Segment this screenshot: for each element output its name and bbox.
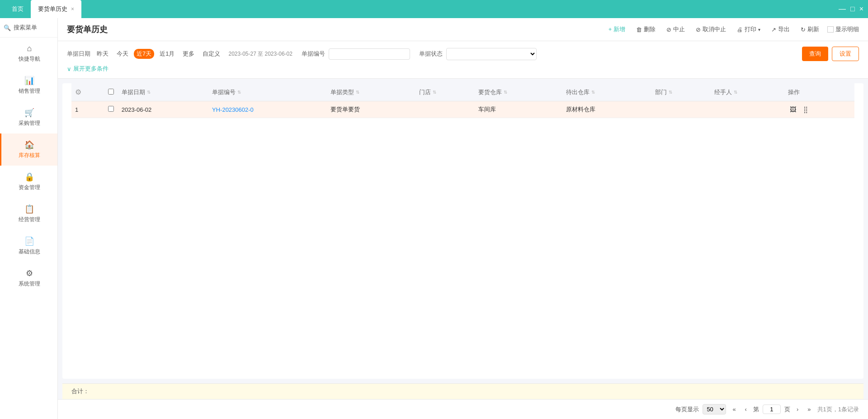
add-button[interactable]: + 新增 <box>606 24 628 35</box>
next-page-btn[interactable]: › <box>794 405 801 414</box>
close-tab-icon[interactable]: × <box>71 6 74 12</box>
finance-icon: 🔒 <box>24 172 34 182</box>
sidebar-search-label: 搜索菜单 <box>14 24 37 32</box>
sidebar-item-quick-nav[interactable]: ⌂ 快捷导航 <box>0 38 57 69</box>
chevron-down-icon: ∨ <box>67 66 71 72</box>
last-page-btn[interactable]: » <box>805 405 813 414</box>
filter-date-range: 2023-05-27 至 2023-06-02 <box>228 50 292 58</box>
cell-checkbox <box>104 101 118 118</box>
print-button[interactable]: 🖨 打印 ▾ <box>734 24 763 35</box>
sidebar-item-label: 资金管理 <box>19 184 40 191</box>
sidebar-item-purchase[interactable]: 🛒 采购管理 <box>0 101 57 133</box>
filter-bar: 单据日期 昨天 今天 近7天 近1月 更多 自定义 2023-05-27 至 2… <box>58 41 868 79</box>
display-detail-toggle[interactable]: 显示明细 <box>827 25 859 33</box>
row-checkbox[interactable] <box>108 106 114 112</box>
sort-billno-icon[interactable]: ⇅ <box>237 90 241 95</box>
bill-no-input[interactable] <box>329 48 410 60</box>
maximize-icon[interactable]: □ <box>850 5 855 13</box>
date-opt-yesterday[interactable]: 昨天 <box>94 49 111 59</box>
cell-department <box>651 101 711 118</box>
cell-store <box>415 101 475 118</box>
query-button[interactable]: 查询 <box>802 47 828 61</box>
export-button[interactable]: ↗ 导出 <box>769 24 793 35</box>
cell-operation: 🖼 ⣿ <box>784 101 854 118</box>
sidebar-item-label: 经营管理 <box>19 216 40 224</box>
sales-icon: 📊 <box>24 76 34 86</box>
setting-button[interactable]: 设置 <box>832 47 859 61</box>
date-opt-1month[interactable]: 近1月 <box>157 49 177 59</box>
date-options: 昨天 今天 近7天 近1月 更多 自定义 <box>94 49 223 59</box>
sidebar-item-label: 采购管理 <box>19 119 40 127</box>
delete-button[interactable]: 🗑 删除 <box>633 24 658 35</box>
more-action-icon[interactable]: ⣿ <box>802 105 810 114</box>
stop-button[interactable]: ⊘ 中止 <box>664 24 688 35</box>
table-header-row: ⚙ 单据日期⇅ 单据编号⇅ 单据类型⇅ <box>71 83 854 101</box>
sort-date-icon[interactable]: ⇅ <box>147 90 151 95</box>
home-icon: ⌂ <box>27 44 32 53</box>
pagination: 每页显示 50 100 « ‹ 第 页 › » 共1页，1条记录 <box>58 399 868 419</box>
cancel-stop-label: 取消中止 <box>703 25 726 33</box>
filter-status-label: 单据状态 <box>419 50 443 58</box>
cell-num: 1 <box>71 101 104 118</box>
window-controls: — □ × <box>839 5 863 13</box>
sort-handler-icon[interactable]: ⇅ <box>734 90 737 95</box>
expand-more[interactable]: ∨ 展开更多条件 <box>67 65 859 73</box>
per-page-select[interactable]: 50 100 <box>703 404 726 414</box>
delete-label: 删除 <box>644 25 656 33</box>
minimize-icon[interactable]: — <box>839 5 846 13</box>
status-select[interactable] <box>446 48 537 60</box>
sidebar-item-inventory[interactable]: 🏠 库存核算 <box>0 133 57 166</box>
refresh-icon: ↻ <box>801 26 806 33</box>
main-content: 要货单历史 + 新增 🗑 删除 ⊘ 中止 ⊘ 取消中止 🖨 <box>58 18 868 419</box>
first-page-btn[interactable]: « <box>730 405 738 414</box>
column-settings-icon[interactable]: ⚙ <box>75 88 81 96</box>
th-req-warehouse: 要货仓库⇅ <box>475 83 562 101</box>
page-number-input[interactable] <box>763 405 781 414</box>
summary-bar: 合计： <box>62 383 863 399</box>
filter-date-label: 单据日期 <box>67 50 90 58</box>
stop-icon: ⊘ <box>666 26 671 33</box>
system-icon: ⚙ <box>26 268 33 278</box>
prev-page-btn[interactable]: ‹ <box>742 405 750 414</box>
view-action-icon[interactable]: 🖼 <box>788 105 798 114</box>
display-detail-checkbox[interactable] <box>827 26 834 33</box>
th-bill-no: 单据编号⇅ <box>208 83 327 101</box>
print-label: 打印 <box>745 25 756 33</box>
date-opt-today[interactable]: 今天 <box>114 49 131 59</box>
cell-bill-no: YH-20230602-0 <box>208 101 327 118</box>
cancel-stop-button[interactable]: ⊘ 取消中止 <box>693 24 729 35</box>
page-unit: 页 <box>784 405 790 414</box>
sort-store-icon[interactable]: ⇅ <box>433 90 436 95</box>
cancel-stop-icon: ⊘ <box>696 26 701 33</box>
sidebar-item-sales[interactable]: 📊 销售管理 <box>0 69 57 101</box>
table-area: ⚙ 单据日期⇅ 单据编号⇅ 单据类型⇅ <box>62 83 863 379</box>
date-opt-more[interactable]: 更多 <box>180 49 197 59</box>
sidebar-item-basic[interactable]: 📄 基础信息 <box>0 230 57 262</box>
sort-pending-wh-icon[interactable]: ⇅ <box>591 90 595 95</box>
tab-home-label: 首页 <box>12 5 24 13</box>
cell-date: 2023-06-02 <box>118 101 208 118</box>
sidebar-item-system[interactable]: ⚙ 系统管理 <box>0 262 57 294</box>
sidebar-item-operation[interactable]: 📋 经营管理 <box>0 198 57 230</box>
sort-billtype-icon[interactable]: ⇅ <box>356 90 359 95</box>
tab-active[interactable]: 要货单历史 × <box>31 0 81 18</box>
sidebar-item-finance[interactable]: 🔒 资金管理 <box>0 166 57 198</box>
bill-no-link[interactable]: YH-20230602-0 <box>212 106 254 113</box>
filter-date: 单据日期 昨天 今天 近7天 近1月 更多 自定义 2023-05-27 至 2… <box>67 49 292 59</box>
date-opt-7days[interactable]: 近7天 <box>134 49 154 59</box>
select-all-checkbox[interactable] <box>108 89 114 95</box>
date-opt-custom[interactable]: 自定义 <box>200 49 223 59</box>
close-window-icon[interactable]: × <box>859 5 863 13</box>
th-operation: 操作 <box>784 83 854 101</box>
th-pending-warehouse: 待出仓库⇅ <box>562 83 651 101</box>
cell-req-warehouse: 车间库 <box>475 101 562 118</box>
refresh-button[interactable]: ↻ 刷新 <box>798 24 822 35</box>
sidebar-search[interactable]: 🔍 搜索菜单 <box>0 18 57 38</box>
delete-icon: 🗑 <box>636 26 642 33</box>
sort-req-wh-icon[interactable]: ⇅ <box>504 90 507 95</box>
sidebar-item-label: 销售管理 <box>19 87 40 95</box>
tab-home[interactable]: 首页 <box>5 0 31 18</box>
sort-dept-icon[interactable]: ⇅ <box>669 90 672 95</box>
layout: 🔍 搜索菜单 ⌂ 快捷导航 📊 销售管理 🛒 采购管理 🏠 库存核算 🔒 资金管… <box>0 18 868 419</box>
purchase-icon: 🛒 <box>24 108 34 118</box>
